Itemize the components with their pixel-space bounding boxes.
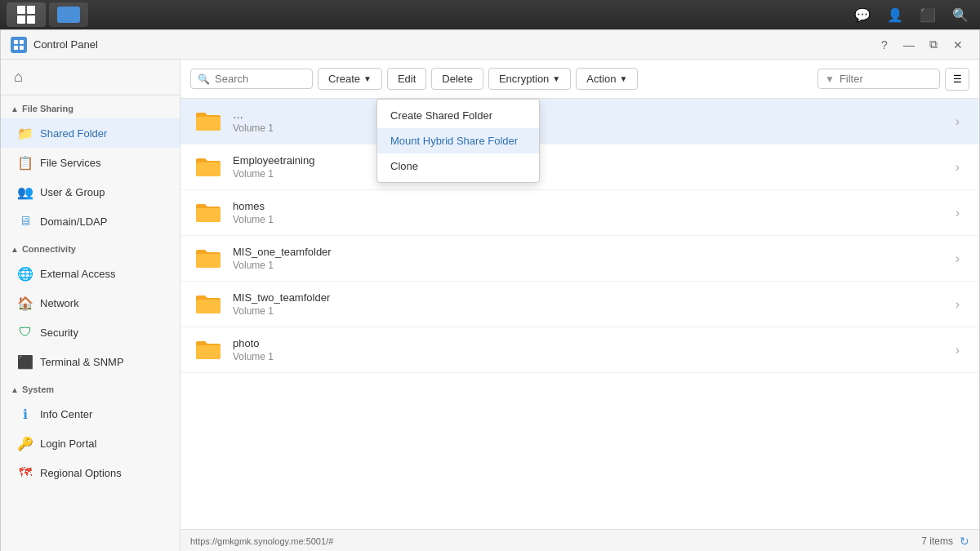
taskbar-app-grid[interactable] — [7, 2, 46, 27]
svg-rect-0 — [14, 40, 18, 44]
expand-icon[interactable]: › — [949, 108, 966, 136]
action-caret: ▼ — [619, 74, 627, 83]
search-icon: 🔍 — [198, 73, 210, 85]
sidebar-item-user-group[interactable]: 👥 User & Group — [1, 177, 180, 207]
table-row[interactable]: homes Volume 1 › — [180, 190, 979, 236]
clone-item[interactable]: Clone — [377, 153, 539, 179]
taskbar-right: 💬 👤 ⬛ 🔍 — [849, 2, 973, 28]
sidebar-item-security[interactable]: 🛡 Security — [1, 318, 180, 347]
sidebar-item-login-portal[interactable]: 🔑 Login Portal — [1, 429, 180, 458]
folder-name: homes — [233, 200, 949, 212]
sidebar-item-label-file-services: File Services — [40, 157, 100, 169]
sidebar-item-label-security: Security — [40, 327, 78, 339]
create-shared-folder-item[interactable]: Create Shared Folder — [377, 103, 539, 128]
sidebar-item-label-regional-options: Regional Options — [40, 467, 122, 479]
sidebar-home[interactable]: ⌂ — [1, 60, 180, 96]
search-box[interactable]: 🔍 — [190, 69, 313, 89]
restore-button[interactable]: ⧉ — [922, 35, 945, 55]
folder-info: MIS_two_teamfolder Volume 1 — [233, 291, 949, 317]
sidebar-item-label-domain-ldap: Domain/LDAP — [40, 216, 107, 228]
mount-hybrid-share-folder-item[interactable]: Mount Hybrid Share Folder — [377, 128, 539, 153]
folder-icon — [194, 290, 223, 319]
sidebar-item-terminal-snmp[interactable]: ⬛ Terminal & SNMP — [1, 347, 180, 376]
table-row[interactable]: MIS_one_teamfolder Volume 1 › — [180, 236, 979, 282]
refresh-button[interactable]: ↻ — [960, 535, 969, 548]
sidebar-item-label-shared-folder: Shared Folder — [40, 127, 107, 140]
folder-info: MIS_one_teamfolder Volume 1 — [233, 246, 949, 271]
folder-icon — [194, 153, 223, 182]
sidebar-section-system[interactable]: ▲ System — [1, 376, 180, 399]
folder-volume: Volume 1 — [233, 351, 949, 362]
folder-list: … Volume 1 › Employeetraining — [180, 99, 979, 529]
window-controls: ? — ⧉ ✕ — [873, 35, 969, 55]
statusbar: https://gmkgmk.synology.me:5001/# 7 item… — [180, 529, 979, 551]
chat-icon[interactable]: 💬 — [849, 2, 875, 28]
taskbar-app-blue[interactable] — [49, 2, 88, 27]
security-icon: 🛡 — [17, 324, 33, 340]
collapse-icon-file-sharing: ▲ — [11, 104, 19, 113]
edit-button[interactable]: Edit — [387, 68, 426, 90]
table-row[interactable]: photo Volume 1 › — [180, 327, 979, 373]
statusbar-url: https://gmkgmk.synology.me:5001/# — [190, 536, 333, 546]
info-center-icon: ℹ — [17, 406, 33, 422]
regional-options-icon: 🗺 — [17, 464, 33, 481]
action-button[interactable]: Action ▼ — [576, 68, 638, 90]
home-icon: ⌂ — [14, 69, 23, 86]
svg-rect-3 — [20, 46, 24, 50]
sidebar-item-file-services[interactable]: 📋 File Services — [1, 148, 180, 177]
search-taskbar-icon[interactable]: 🔍 — [947, 2, 973, 28]
filter-input[interactable] — [840, 73, 933, 85]
table-row[interactable]: … Volume 1 › — [180, 99, 979, 144]
sidebar-item-info-center[interactable]: ℹ Info Center — [1, 399, 180, 429]
sidebar-item-label-info-center: Info Center — [40, 408, 92, 420]
delete-button[interactable]: Delete — [431, 68, 483, 90]
table-row[interactable]: MIS_two_teamfolder Volume 1 › — [180, 282, 979, 327]
sidebar-item-external-access[interactable]: 🌐 External Access — [1, 259, 180, 288]
folder-info: homes Volume 1 — [233, 200, 949, 225]
sidebar-section-label-connectivity: Connectivity — [22, 244, 76, 254]
network-icon: 🏠 — [17, 295, 33, 311]
user-icon[interactable]: 👤 — [882, 2, 908, 28]
close-button[interactable]: ✕ — [947, 35, 969, 55]
expand-icon[interactable]: › — [949, 291, 966, 318]
sidebar-item-network[interactable]: 🏠 Network — [1, 288, 180, 318]
expand-icon[interactable]: › — [949, 245, 966, 273]
folder-icon — [194, 244, 223, 273]
sidebar-section-file-sharing[interactable]: ▲ File Sharing — [1, 96, 180, 118]
folder-name: MIS_two_teamfolder — [233, 291, 949, 304]
sidebar-section-connectivity[interactable]: ▲ Connectivity — [1, 236, 180, 259]
filter-box[interactable]: ▼ — [817, 69, 940, 89]
window-title: Control Panel — [33, 38, 866, 51]
help-button[interactable]: ? — [873, 35, 896, 55]
folder-icon — [194, 335, 223, 365]
sidebar-section-label-file-sharing: File Sharing — [22, 104, 74, 113]
sidebar-item-shared-folder[interactable]: 📁 Shared Folder — [1, 118, 180, 148]
expand-icon[interactable]: › — [949, 153, 966, 181]
create-button[interactable]: Create ▼ — [318, 68, 382, 90]
folder-name: Employeetraining — [233, 154, 949, 167]
create-dropdown-menu: Create Shared Folder Mount Hybrid Share … — [376, 99, 540, 183]
minimize-button[interactable]: — — [898, 35, 920, 55]
expand-icon[interactable]: › — [949, 199, 966, 227]
folder-icon — [194, 198, 223, 228]
svg-rect-2 — [14, 46, 18, 50]
table-row[interactable]: Employeetraining Volume 1 › — [180, 144, 979, 190]
external-access-icon: 🌐 — [17, 265, 33, 282]
domain-icon: 🖥 — [17, 213, 33, 229]
view-toggle-button[interactable]: ☰ — [945, 68, 969, 91]
folder-info: Employeetraining Volume 1 — [233, 154, 949, 180]
control-panel-window: Control Panel ? — ⧉ ✕ ⌂ ▲ File Sharing 📁… — [0, 29, 980, 551]
folder-info: … Volume 1 — [233, 109, 949, 134]
file-services-icon: 📋 — [17, 154, 33, 171]
sidebar-item-domain-ldap[interactable]: 🖥 Domain/LDAP — [1, 207, 180, 236]
encryption-button[interactable]: Encryption ▼ — [488, 68, 571, 90]
sidebar-item-label-terminal-snmp: Terminal & SNMP — [40, 356, 124, 368]
sidebar-item-regional-options[interactable]: 🗺 Regional Options — [1, 458, 180, 487]
expand-icon[interactable]: › — [949, 336, 966, 364]
tasks-icon[interactable]: ⬛ — [915, 2, 941, 28]
terminal-icon: ⬛ — [17, 353, 33, 370]
sidebar-item-label-network: Network — [40, 297, 79, 309]
search-input[interactable] — [215, 73, 305, 85]
create-caret: ▼ — [363, 74, 372, 83]
folder-info: photo Volume 1 — [233, 337, 949, 362]
